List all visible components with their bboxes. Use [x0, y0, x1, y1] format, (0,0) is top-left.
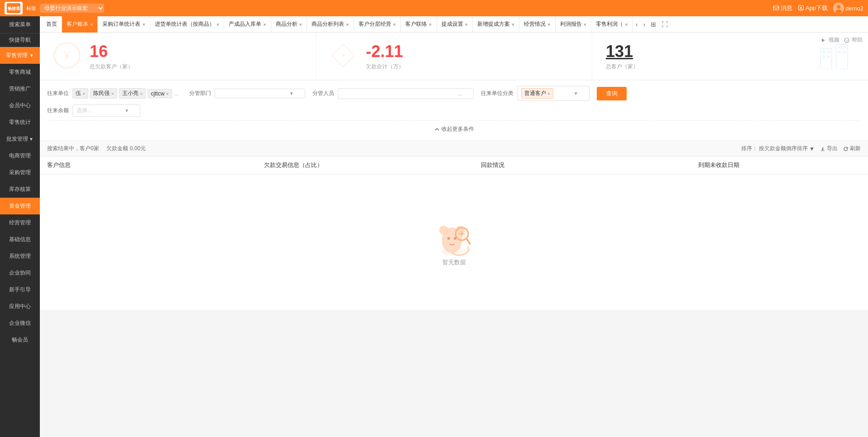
sidebar-item-system[interactable]: 系统管理 [0, 248, 40, 265]
tab-fullscreen-btn[interactable]: ⛶ [659, 16, 671, 33]
tab-new-improve[interactable]: 新增提成方案 × [473, 16, 519, 33]
svg-rect-19 [843, 51, 845, 53]
table-area: 客户信息 欠款交易信息（占比） 回款情况 到期未收款日期 [40, 157, 868, 310]
table-col-debt-transaction: 欠款交易信息（占比） [264, 161, 481, 169]
tab-customer-contact[interactable]: 客户联络 × [401, 16, 436, 33]
svg-line-33 [466, 238, 470, 244]
tab-inbound-stats[interactable]: 进货单统计表（按商品） × [150, 16, 224, 33]
sort-btn[interactable]: 排序： 按欠款金额倒序排序 ▼ [741, 145, 815, 152]
sidebar: 搜索菜单 快捷导航 零售管理 ▼ 零售商城 营销推广 会员中心 零售统计 批发管… [0, 16, 40, 437]
sidebar-item-finance[interactable]: 资金管理 [0, 198, 40, 214]
unit-category-tag-remove[interactable]: × [547, 91, 550, 96]
refresh-btn[interactable]: 刷新 [843, 145, 861, 152]
tab-close-customer-segment[interactable]: × [393, 22, 396, 27]
tab-home[interactable]: 首页 [42, 16, 62, 33]
sidebar-item-retail-stats[interactable]: 零售统计 [0, 114, 40, 131]
sidebar-item-retail-mall[interactable]: 零售商城 [0, 64, 40, 81]
tab-goods-analysis[interactable]: 商品分析 × [271, 16, 307, 33]
user-avatar[interactable]: demo2 [833, 3, 863, 14]
tab-next-btn[interactable]: › [640, 16, 648, 33]
svg-rect-2 [773, 6, 779, 10]
unit-tag-chen-remove[interactable]: × [111, 91, 114, 96]
sort-arrow-icon: ▼ [809, 146, 815, 152]
help-btn[interactable]: ? 帮助 [844, 36, 863, 44]
sidebar-item-retail-mgmt[interactable]: 零售管理 ▼ [0, 47, 40, 64]
tab-close-customer-book[interactable]: × [90, 22, 93, 27]
tab-purchase-stats[interactable]: 采购订单统计表 × [98, 16, 150, 33]
tab-retail-profit[interactable]: 零售利润（ × [591, 16, 633, 33]
sidebar-item-member[interactable]: 畅会员 [0, 332, 40, 348]
search-summary: 搜索结果中，客户0家 欠款金额 0.00元 排序： 按欠款金额倒序排序 ▼ 导出 [40, 141, 868, 157]
tab-close-customer-contact[interactable]: × [429, 22, 432, 27]
sidebar-item-purchase[interactable]: 采购管理 [0, 164, 40, 181]
tab-close-operations-status[interactable]: × [547, 22, 550, 27]
sidebar-item-operations[interactable]: 经营管理 [0, 214, 40, 231]
filter-area: 往来单位 伍 × 陈民强 × 王小亮 [40, 81, 868, 140]
tab-production[interactable]: 产成品入库单 × [224, 16, 271, 33]
dept-filter-label: 分管部门 [189, 90, 211, 97]
sidebar-item-app-center[interactable]: 应用中心 [0, 298, 40, 315]
message-btn[interactable]: 消息 [773, 4, 792, 12]
tab-close-goods-analysis[interactable]: × [299, 22, 302, 27]
page-content: ¥ 16 总欠款客户（家） ✦ [40, 33, 868, 437]
tab-close-profit-report[interactable]: × [584, 22, 586, 27]
tab-customer-book[interactable]: 客户账本 × [62, 16, 98, 33]
tab-profit-report[interactable]: 利润报告 × [556, 16, 591, 33]
stat-card-total-customers: 视频 ? 帮助 131 总客户（家） [592, 33, 868, 80]
sidebar-item-marketing[interactable]: 营销推广 [0, 81, 40, 97]
search-result-text: 搜索结果中，客户0家 欠款金额 0.00元 [47, 145, 146, 152]
video-btn[interactable]: 视频 [820, 36, 839, 44]
unit-filter-label: 往来单位 [47, 90, 69, 97]
person-select[interactable]: ... [338, 88, 474, 99]
app-download-btn[interactable]: App下载 [798, 4, 828, 12]
svg-rect-16 [839, 47, 841, 49]
tab-close-improve-settings[interactable]: × [465, 22, 468, 27]
svg-point-27 [441, 227, 447, 233]
tab-operations-status[interactable]: 经营情况 × [519, 16, 555, 33]
svg-text:?: ? [845, 39, 848, 43]
svg-rect-10 [820, 49, 832, 69]
sidebar-item-enterprise[interactable]: 企业协同 [0, 265, 40, 281]
tab-close-purchase-stats[interactable]: × [142, 22, 145, 27]
sidebar-item-basic-info[interactable]: 基础信息 [0, 231, 40, 248]
tab-prev-btn[interactable]: ‹ [633, 16, 641, 33]
query-button[interactable]: 查询 [597, 87, 627, 100]
table-col-overdue-date: 到期未收款日期 [698, 161, 861, 169]
top-bar-right: 消息 App下载 demo2 [773, 3, 863, 14]
tab-close-goods-analysis-list[interactable]: × [346, 22, 349, 27]
tab-improve-settings[interactable]: 提成设置 × [437, 16, 473, 33]
dept-select[interactable]: ▼ [215, 89, 305, 98]
collapse-filter-btn[interactable]: 收起更多条件 [47, 124, 861, 135]
unit-tag-cjttcw-remove[interactable]: × [166, 91, 168, 96]
svg-text:✦: ✦ [340, 51, 347, 60]
export-btn[interactable]: 导出 [820, 145, 838, 152]
balance-select[interactable]: 选择... ▼ [72, 104, 140, 117]
app-wrapper: 畅捷通 标版 母婴行业演示账套 消息 App下载 [0, 0, 868, 437]
unit-tag-wang-remove[interactable]: × [140, 91, 143, 96]
top-bar-left: 畅捷通 标版 母婴行业演示账套 [5, 2, 104, 14]
tab-customer-segment[interactable]: 客户分层经营 × [354, 16, 401, 33]
tab-close-production[interactable]: × [263, 22, 266, 27]
svg-rect-12 [823, 51, 825, 53]
tab-menu-btn[interactable]: ⊞ [648, 16, 659, 33]
sidebar-item-member-center[interactable]: 会员中心 [0, 97, 40, 114]
sidebar-item-inventory[interactable]: 库存核算 [0, 181, 40, 198]
sidebar-search[interactable]: 搜索菜单 [0, 16, 40, 33]
sidebar-quick-nav[interactable]: 快捷导航 [0, 33, 40, 47]
unit-category-select[interactable]: 普通客户 × ▼ [517, 86, 590, 101]
person-more[interactable]: ... [458, 90, 462, 97]
tab-close-new-improve[interactable]: × [512, 22, 514, 27]
tab-goods-analysis-list[interactable]: 商品分析列表 × [307, 16, 354, 33]
unit-tag-more[interactable]: ... [174, 90, 178, 97]
stat-card-debt-amount: ✦ -2.11 欠款合计（万） [316, 33, 592, 80]
sidebar-item-guide[interactable]: 新手引导 [0, 281, 40, 298]
sidebar-item-wechat[interactable]: 企业微信 [0, 315, 40, 332]
store-select[interactable]: 母婴行业演示账套 [40, 4, 104, 13]
sidebar-item-wholesale-mgmt[interactable]: 批发管理▼ [0, 131, 40, 147]
svg-rect-18 [839, 51, 841, 53]
tab-close-inbound-stats[interactable]: × [216, 22, 219, 27]
svg-rect-15 [827, 56, 830, 58]
tab-close-retail-profit[interactable]: × [625, 22, 628, 27]
sidebar-item-ecommerce[interactable]: 电商管理 [0, 147, 40, 164]
unit-tag-wu-remove[interactable]: × [82, 91, 85, 96]
